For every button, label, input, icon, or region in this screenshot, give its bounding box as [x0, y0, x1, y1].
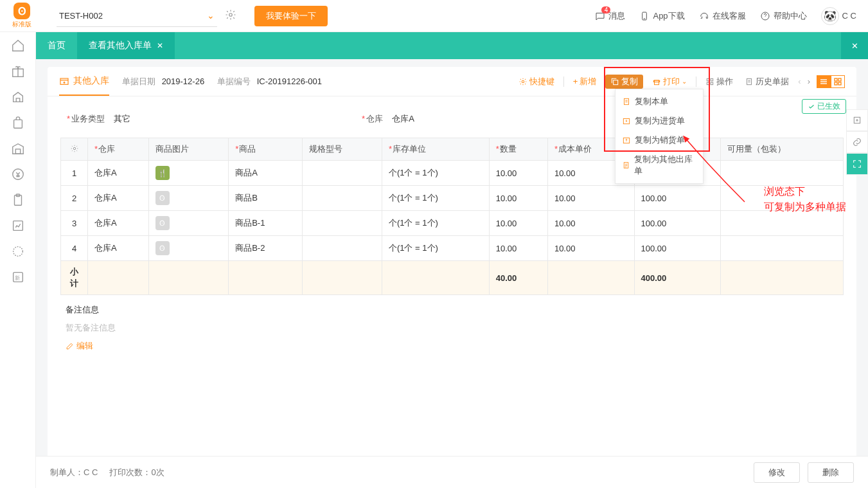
- table-row[interactable]: 4 仓库A ʘ 商品B-2 个(1个 = 1个) 10.00 10.00 100…: [61, 236, 844, 261]
- subtotal-row: 小计 40.00 400.00: [61, 261, 844, 295]
- svg-rect-27: [838, 78, 841, 81]
- nav-money-icon[interactable]: [11, 167, 25, 181]
- shortcut-button[interactable]: 快捷键: [516, 75, 557, 89]
- cell-avail: [721, 186, 844, 211]
- cell-spec: [302, 211, 382, 236]
- delete-button[interactable]: 删除: [808, 462, 854, 483]
- nav-bag-icon[interactable]: [11, 116, 25, 130]
- meta-date-label: 单据日期: [122, 77, 155, 86]
- dd-label-3: 复制为销货单: [635, 134, 685, 146]
- table-row[interactable]: 1 仓库A 🍴 商品A 个(1个 = 1个) 10.00 10.00 100.0…: [61, 161, 844, 186]
- operate-button[interactable]: 操作: [703, 75, 736, 89]
- cell-spec: [302, 186, 382, 211]
- history-button[interactable]: 历史单据: [742, 75, 792, 89]
- nav-warehouse-icon[interactable]: [11, 141, 25, 156]
- chevron-down-icon: ⌄: [207, 10, 215, 21]
- dd-label-2: 复制为进货单: [635, 115, 685, 127]
- th-image: 商品图片: [148, 138, 228, 161]
- print-button[interactable]: 打印 ⌄: [650, 75, 689, 89]
- biz-type-label: *业务类型: [67, 113, 105, 125]
- th-spec: 规格型号: [302, 138, 382, 161]
- left-nav: 新: [0, 32, 36, 488]
- top-header: ʘ 标准版 TEST-H002 ⌄ 我要体验一下 消息 4 App下载 在线客服: [0, 0, 868, 32]
- footer: 制单人：C C 打印次数：0次 修改 删除: [36, 456, 868, 488]
- close-icon[interactable]: ✕: [157, 41, 163, 50]
- copy-dropdown-item-2[interactable]: 复制为进货单: [616, 111, 703, 131]
- nav-report-icon[interactable]: [11, 219, 25, 233]
- print-count-label: 打印次数：: [109, 467, 151, 477]
- chevron-left-icon[interactable]: ‹: [798, 77, 801, 86]
- table-row[interactable]: 2 仓库A ʘ 商品B 个(1个 = 1个) 10.00 10.00 100.0…: [61, 186, 844, 211]
- chevron-down-icon: ⌄: [682, 78, 687, 85]
- tab-active-label: 查看其他入库单: [89, 40, 152, 51]
- meta-date: 单据日期 2019-12-26: [122, 76, 204, 87]
- card-view-button[interactable]: [831, 75, 845, 88]
- modify-button[interactable]: 修改: [754, 462, 800, 483]
- gear-icon[interactable]: [225, 9, 236, 23]
- app-download-link[interactable]: App下载: [639, 10, 684, 22]
- status-badge: 已生效: [802, 99, 846, 114]
- cell-price: 10.00: [547, 236, 634, 261]
- nav-gift-icon[interactable]: [11, 64, 25, 78]
- remarks-title: 备注信息: [66, 304, 838, 316]
- cell-product: 商品B-2: [229, 236, 303, 261]
- svg-point-0: [229, 13, 233, 16]
- copy-icon: [622, 97, 631, 106]
- copy-dropdown: 复制本单 复制为进货单 复制为销货单 复制为其他出库单: [615, 89, 704, 184]
- svg-rect-19: [711, 78, 713, 81]
- online-service-link[interactable]: 在线客服: [699, 10, 746, 22]
- table-row[interactable]: 3 仓库A ʘ 商品B-1 个(1个 = 1个) 10.00 10.00 100…: [61, 211, 844, 236]
- copy-dropdown-item-3[interactable]: 复制为销货单: [616, 131, 703, 150]
- cell-unit: 个(1个 = 1个): [382, 211, 489, 236]
- cell-product: 商品B-1: [229, 211, 303, 236]
- user-menu[interactable]: 🐼 C C: [821, 7, 856, 25]
- copy-dropdown-item-1[interactable]: 复制本单: [616, 92, 703, 111]
- float-link-button[interactable]: [846, 131, 868, 153]
- nav-reload-icon[interactable]: [11, 244, 25, 258]
- copy-dropdown-item-4[interactable]: 复制为其他出库单: [616, 150, 703, 181]
- svg-point-15: [522, 80, 524, 83]
- th-avail: 可用量（包装）: [721, 138, 844, 161]
- svg-rect-10: [13, 221, 22, 231]
- try-button[interactable]: 我要体验一下: [254, 6, 328, 26]
- org-selector[interactable]: TEST-H002 ⌄: [57, 5, 217, 27]
- nav-home-icon[interactable]: [11, 39, 25, 53]
- floating-right-toolbar: [846, 109, 868, 175]
- product-thumb-icon: ʘ: [155, 241, 170, 255]
- tabs-bar: 首页 查看其他入库单 ✕ ✕: [36, 32, 868, 59]
- tab-home[interactable]: 首页: [36, 32, 77, 59]
- copy-button[interactable]: 复制: [605, 75, 643, 89]
- sheet-tab-title: 其他入库: [73, 75, 109, 87]
- status-label: 已生效: [817, 101, 840, 112]
- nav-clipboard-icon[interactable]: [11, 193, 25, 207]
- subtotal-label: 小计: [61, 261, 88, 295]
- chevron-right-icon[interactable]: ›: [808, 77, 810, 86]
- remarks-section: 备注信息 暂无备注信息 编辑: [48, 295, 856, 361]
- warehouse-value: 仓库A: [392, 113, 414, 125]
- tabs-close-all[interactable]: ✕: [841, 32, 868, 59]
- cell-qty: 10.00: [489, 161, 547, 186]
- online-service-label: 在线客服: [713, 10, 746, 22]
- edit-remarks-button[interactable]: 编辑: [66, 340, 838, 352]
- meta-number-label: 单据编号: [217, 77, 251, 86]
- product-thumb-icon: ʘ: [155, 191, 170, 205]
- nav-new-icon[interactable]: 新: [11, 270, 25, 284]
- inbound-icon: [622, 116, 631, 125]
- tab-view-other-inbound[interactable]: 查看其他入库单 ✕: [77, 32, 175, 59]
- nav-house-icon[interactable]: [11, 90, 25, 104]
- warehouse-field: *仓库 仓库A: [362, 113, 414, 125]
- float-expand-button[interactable]: [846, 153, 868, 175]
- sheet-tab[interactable]: 其他入库: [59, 67, 109, 96]
- cell-unit: 个(1个 = 1个): [382, 236, 489, 261]
- add-button[interactable]: + 新增: [571, 75, 599, 89]
- th-settings[interactable]: [61, 138, 88, 161]
- svg-rect-22: [747, 78, 752, 84]
- list-view-button[interactable]: [817, 75, 831, 88]
- messages-link[interactable]: 消息 4: [595, 10, 625, 22]
- float-edit-button[interactable]: [846, 109, 868, 131]
- help-center-link[interactable]: 帮助中心: [760, 10, 807, 22]
- cell-spec: [302, 236, 382, 261]
- logo[interactable]: ʘ 标准版: [6, 3, 37, 29]
- creator-value: C C: [84, 467, 98, 477]
- cell-price: 10.00: [547, 211, 634, 236]
